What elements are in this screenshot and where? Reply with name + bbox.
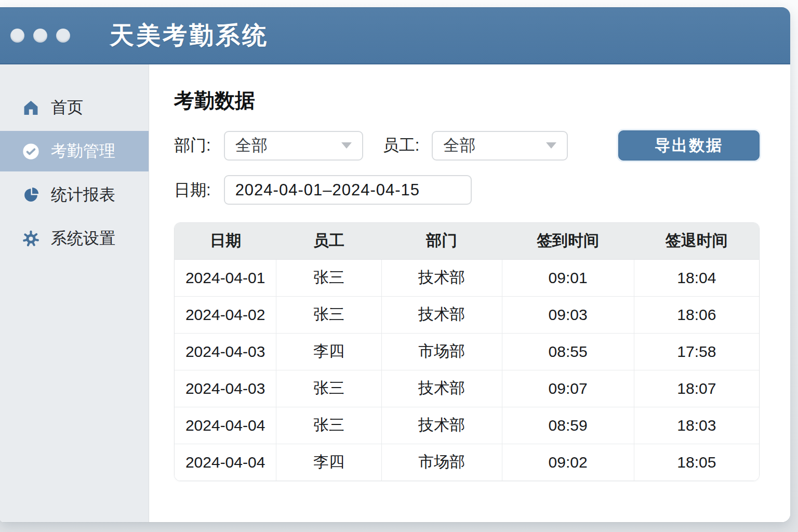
cell-checkout: 18:06: [634, 296, 759, 333]
table-row: 2024-04-04 张三 技术部 08:59 18:03: [175, 407, 759, 444]
window-control-dot-3[interactable]: [56, 29, 70, 43]
cell-employee: 李四: [276, 333, 382, 370]
table-row: 2024-04-02 张三 技术部 09:03 18:06: [175, 296, 759, 333]
cell-checkout: 17:58: [634, 333, 759, 370]
home-icon: [22, 99, 39, 116]
app-window: 天美考勤系统 首页 考勤管理: [0, 7, 790, 522]
department-label: 部门:: [174, 135, 211, 156]
cell-department: 技术部: [381, 296, 502, 333]
sidebar-item-home[interactable]: 首页: [0, 87, 149, 128]
cell-department: 技术部: [381, 259, 502, 296]
cell-checkout: 18:04: [634, 259, 759, 296]
cell-checkin: 08:59: [502, 407, 634, 444]
column-header-checkin: 签到时间: [502, 223, 634, 259]
sidebar-item-reports[interactable]: 统计报表: [0, 175, 149, 215]
window-control-dot-2[interactable]: [33, 29, 47, 43]
cell-employee: 张三: [276, 370, 382, 407]
cell-department: 技术部: [381, 370, 502, 407]
gear-icon: [22, 230, 39, 247]
cell-checkin: 09:07: [502, 370, 634, 407]
filter-row-2: 日期:: [174, 175, 760, 205]
sidebar-item-settings[interactable]: 系统设置: [0, 218, 149, 259]
check-circle-icon: [22, 142, 39, 160]
table-row: 2024-04-04 李四 市场部 09:02 18:05: [175, 444, 759, 481]
cell-checkin: 09:02: [502, 444, 634, 481]
cell-date: 2024-04-01: [175, 259, 276, 296]
table-row: 2024-04-03 李四 市场部 08:55 17:58: [175, 333, 759, 370]
window-control-dot-1[interactable]: [10, 29, 24, 43]
cell-employee: 张三: [276, 296, 382, 333]
cell-checkin: 08:55: [502, 333, 634, 370]
sidebar-item-label: 首页: [51, 97, 83, 118]
cell-checkout: 18:05: [634, 444, 759, 481]
cell-date: 2024-04-03: [175, 333, 276, 370]
sidebar-item-label: 系统设置: [51, 228, 115, 249]
sidebar-item-label: 统计报表: [51, 184, 115, 206]
date-label: 日期:: [174, 179, 211, 201]
department-select-value: 全部: [235, 135, 268, 156]
table-header-row: 日期 员工 部门 签到时间 签退时间: [175, 223, 759, 259]
department-select[interactable]: 全部: [224, 131, 363, 161]
cell-checkout: 18:07: [634, 370, 759, 407]
cell-checkin: 09:01: [502, 259, 634, 296]
export-data-button[interactable]: 导出数据: [618, 130, 760, 161]
table-row: 2024-04-01 张三 技术部 09:01 18:04: [175, 259, 759, 296]
cell-employee: 李四: [276, 444, 382, 481]
sidebar: 首页 考勤管理 统计报表: [0, 64, 149, 522]
employee-select[interactable]: 全部: [432, 131, 568, 161]
cell-employee: 张三: [276, 259, 382, 296]
column-header-date: 日期: [175, 223, 276, 259]
employee-select-value: 全部: [443, 135, 475, 156]
column-header-checkout: 签退时间: [634, 223, 759, 259]
chevron-down-icon: [546, 142, 556, 149]
sidebar-item-attendance[interactable]: 考勤管理: [0, 131, 149, 171]
cell-department: 市场部: [381, 444, 502, 481]
cell-date: 2024-04-03: [175, 370, 276, 407]
cell-checkin: 09:03: [502, 296, 634, 333]
sidebar-item-label: 考勤管理: [51, 140, 115, 162]
pie-chart-icon: [22, 186, 39, 204]
main-content: 考勤数据 部门: 全部 员工: 全部 导出数据 日期:: [149, 64, 790, 522]
cell-date: 2024-04-02: [175, 296, 276, 333]
table-row: 2024-04-03 张三 技术部 09:07 18:07: [175, 370, 759, 407]
employee-label: 员工:: [383, 135, 420, 156]
cell-checkout: 18:03: [634, 407, 759, 444]
cell-department: 市场部: [381, 333, 502, 370]
cell-date: 2024-04-04: [175, 407, 276, 444]
filter-row-1: 部门: 全部 员工: 全部 导出数据: [174, 130, 760, 161]
app-title: 天美考勤系统: [110, 19, 269, 52]
attendance-table: 日期 员工 部门 签到时间 签退时间 2024-04-01 张三 技术部 09:: [175, 223, 759, 481]
attendance-table-card: 日期 员工 部门 签到时间 签退时间 2024-04-01 张三 技术部 09:: [174, 222, 760, 481]
cell-employee: 张三: [276, 407, 382, 444]
date-range-input[interactable]: [224, 175, 472, 205]
column-header-employee: 员工: [276, 223, 382, 259]
column-header-department: 部门: [381, 223, 502, 259]
window-controls: [10, 29, 70, 43]
cell-date: 2024-04-04: [175, 444, 276, 481]
chevron-down-icon: [341, 142, 352, 149]
page-title: 考勤数据: [174, 87, 760, 115]
cell-department: 技术部: [381, 407, 502, 444]
titlebar: 天美考勤系统: [0, 7, 790, 64]
